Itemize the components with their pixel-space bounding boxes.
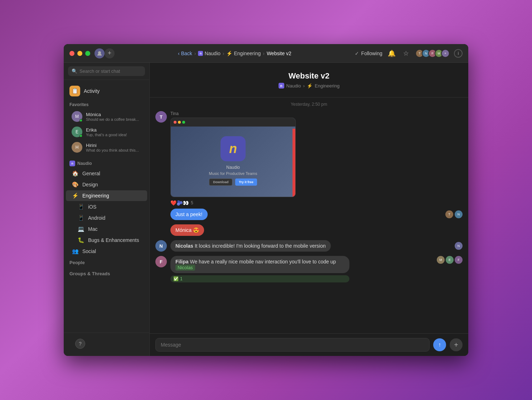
filipa-message-right: M E F — [434, 256, 463, 264]
back-label[interactable]: Back — [181, 51, 192, 56]
breadcrumb-separator: › — [194, 51, 196, 56]
filipa-message-text: We have a really nice mobile nav interac… — [190, 259, 336, 265]
online-indicator-erika — [79, 134, 82, 137]
favorite-monica-name: Mónica — [86, 112, 141, 117]
following-button[interactable]: ✓ Following — [355, 51, 382, 56]
workspace-breadcrumb-icon: n — [279, 83, 284, 89]
info-icon[interactable]: i — [454, 49, 463, 58]
breadcrumb-separator-3: › — [263, 51, 265, 56]
nicolas-reaction-avatar: N — [455, 242, 463, 250]
workspace-icon: n — [198, 51, 203, 56]
reaction-avatar-2: N — [455, 210, 463, 218]
activity-item[interactable]: 📋 Activity — [64, 83, 149, 99]
preview-tagline: Music for Productive Teams — [209, 171, 257, 176]
filipa-name-in-bubble: Filipa — [175, 259, 190, 265]
favorite-erika[interactable]: E Erika Yup, that's a good idea! — [66, 124, 147, 139]
hirini-avatar: H — [72, 142, 82, 153]
social-icon: 👥 — [72, 248, 79, 254]
back-button[interactable]: ‹ Back — [178, 51, 192, 56]
app-window: + ‹ Back › n Naudio › ⚡ Engineering › We… — [64, 44, 468, 356]
sidebar-channel-bugs[interactable]: 🐛 Bugs & Enhancements — [66, 235, 147, 246]
filipa-reaction-1: M — [437, 256, 445, 264]
sidebar-channel-mac-label: Mac — [88, 226, 97, 232]
star-icon[interactable]: ☆ — [401, 48, 411, 58]
sidebar-bottom: ? — [64, 333, 149, 356]
following-label: Following — [361, 51, 382, 56]
help-button[interactable]: ? — [75, 339, 85, 349]
android-icon: 📱 — [77, 215, 84, 221]
breadcrumb-workspace[interactable]: n Naudio — [198, 51, 220, 56]
people-section[interactable]: People — [64, 257, 149, 268]
breadcrumb-channel[interactable]: ⚡ Engineering — [226, 51, 261, 56]
attach-button[interactable]: + — [450, 338, 463, 351]
tina-bubble-row: Just a peek! T N — [170, 209, 463, 220]
sidebar-channel-social[interactable]: 👥 Social — [66, 246, 147, 257]
activity-label: Activity — [84, 88, 100, 94]
nicolas-bubble: Nicolas It looks incredible! I'm looking… — [170, 240, 331, 252]
messages-area: Yesterday, 2:50 pm T Tina — [150, 97, 468, 333]
browser-max-dot — [182, 121, 185, 124]
members-avatars[interactable]: T N F M + — [415, 49, 450, 58]
minimize-button[interactable] — [77, 51, 82, 56]
filipa-reaction-3: F — [455, 256, 463, 264]
sidebar-channel-design[interactable]: 🎨 Design — [66, 179, 147, 190]
channel-workspace: Naudio — [286, 83, 301, 89]
favorite-monica[interactable]: M Mónica Should we do a coffee break... — [66, 109, 147, 124]
search-bar: 🔍 — [64, 63, 149, 80]
engineering-channel-icon: ⚡ — [72, 192, 79, 199]
close-button[interactable] — [69, 51, 74, 56]
search-icon: 🔍 — [72, 68, 77, 74]
checkmark-count: 1 — [180, 276, 183, 281]
favorite-hirini[interactable]: H Hirini What do you think about this... — [66, 140, 147, 155]
search-input[interactable] — [79, 68, 141, 74]
new-chat-button[interactable]: + — [105, 48, 115, 58]
tina-message-content: Tina n — [170, 111, 463, 220]
sidebar-channel-engineering-label: Engineering — [82, 193, 109, 199]
browser-close-dot — [174, 121, 176, 124]
message-filipa: F Filipa We have a really nice mobile na… — [155, 256, 463, 282]
browser-bar — [171, 118, 295, 127]
back-chevron-icon: ‹ — [178, 51, 180, 56]
title-bar-actions: ✓ Following 🔔 ☆ T N F M + i — [355, 48, 463, 58]
reaction-count: 5 — [191, 200, 193, 205]
chat-header: Website v2 n Naudio › ⚡ Engineering — [150, 63, 468, 97]
preview-try-btn[interactable]: Try it free — [235, 178, 257, 186]
sidebar-channel-ios[interactable]: 📱 iOS — [66, 201, 147, 212]
preview-card[interactable]: n Naudio Music for Productive Teams Down… — [170, 118, 296, 197]
favorite-erika-preview: Yup, that's a good idea! — [86, 133, 141, 137]
message-monica: Mónica 😍 — [170, 224, 463, 236]
message-tina: T Tina — [155, 111, 463, 220]
sidebar-channel-general[interactable]: 🏠 General — [66, 168, 147, 179]
activity-icon: 📋 — [69, 86, 80, 96]
nicolas-message-text: It looks incredible! I'm looking forward… — [195, 243, 326, 249]
timestamp-divider: Yesterday, 2:50 pm — [155, 97, 463, 111]
traffic-lights — [69, 51, 90, 56]
sidebar-channel-engineering[interactable]: ⚡ Engineering — [66, 190, 147, 201]
message-input-bar: ↑ + — [150, 333, 468, 356]
breadcrumb-current: Website v2 — [267, 51, 291, 56]
message-input[interactable] — [155, 338, 430, 352]
sidebar-channel-mac[interactable]: 💻 Mac — [66, 224, 147, 234]
groups-threads-section[interactable]: Groups & Threads — [64, 268, 149, 279]
channel-parent: Engineering — [315, 83, 339, 89]
notification-bell-icon[interactable]: 🔔 — [387, 48, 397, 58]
maximize-button[interactable] — [85, 51, 90, 56]
send-icon: ↑ — [438, 342, 441, 348]
message-nicolas: N Nicolas It looks incredible! I'm looki… — [155, 240, 463, 252]
channel-parent-icon: ⚡ — [307, 83, 313, 89]
checkmark-reaction: ✅ 1 — [170, 275, 349, 282]
user-avatar[interactable] — [95, 48, 105, 58]
sidebar-channel-android-label: Android — [88, 215, 105, 221]
search-input-wrap[interactable]: 🔍 — [68, 66, 145, 76]
plus-icon: + — [454, 341, 458, 349]
sidebar-channel-ios-label: iOS — [88, 204, 96, 210]
tina-avatar: T — [155, 111, 167, 123]
tina-sender: Tina — [170, 111, 463, 116]
send-button[interactable]: ↑ — [433, 338, 446, 351]
reaction-emojis[interactable]: ❤️🫐👀 — [170, 200, 189, 206]
sidebar-channel-android[interactable]: 📱 Android — [66, 213, 147, 223]
nicolas-mention-tag: Nicolas — [175, 265, 195, 271]
tina-message-reactions: T N — [442, 210, 463, 218]
nicolas-row: Nicolas It looks incredible! I'm looking… — [170, 240, 463, 252]
preview-download-btn[interactable]: Download — [209, 178, 232, 186]
